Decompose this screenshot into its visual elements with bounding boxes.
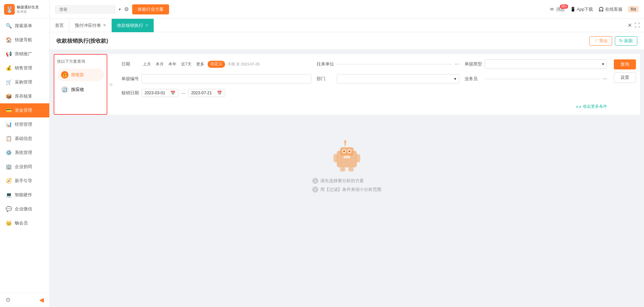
empty-state: 1 请先选择要分析的方案 2 用【过滤】条件来缩小分析范围: [50, 119, 644, 207]
app-icon: 📱: [570, 7, 576, 12]
more-date-btn[interactable]: 更多: [195, 61, 206, 68]
dept-select[interactable]: ▾: [337, 74, 459, 84]
staff-field: 业务员 ···: [465, 76, 607, 82]
collapse-sidebar-icon[interactable]: ◀: [39, 296, 44, 304]
filter-row-1: 日期 上月 本月 本年 近7天 更多 自定义 不限 至 2023-07-26: [121, 59, 607, 69]
date-label: 日期: [121, 61, 139, 67]
sidebar-item-corp[interactable]: 🏢 企业协同: [0, 160, 49, 174]
close-all-tabs-icon[interactable]: ✕: [628, 22, 632, 29]
collapse-left-panel-btn[interactable]: »: [107, 54, 115, 115]
staff-more-btn[interactable]: ···: [603, 76, 607, 82]
expand-icon[interactable]: ⛶: [635, 22, 640, 29]
last-7days-btn[interactable]: 近7天: [180, 61, 193, 68]
message-icon: ✉: [550, 7, 554, 12]
sidebar-item-label: 搜索菜单: [15, 23, 32, 29]
page-header: 收款核销执行(按收款) ↗ 导出 ↻ 刷新: [50, 32, 644, 50]
sidebar-bottom: ⚙ ◀: [0, 293, 49, 307]
sidebar-item-hardware[interactable]: 💻 智能硬件: [0, 188, 49, 202]
sidebar-item-label: 系统管理: [15, 150, 32, 156]
export-button[interactable]: ↗ 导出: [589, 36, 612, 46]
writeoff-date-label: 核销日期: [121, 90, 139, 96]
close-tab-prepay-icon[interactable]: ✕: [103, 23, 106, 28]
voucher-no-field: 单据编号: [121, 74, 311, 84]
tab-writeoff[interactable]: 收款核销执行 ✕: [112, 19, 154, 32]
receivable-icon: 🔄: [61, 86, 68, 93]
sidebar-item-system[interactable]: ⚙️ 系统管理: [0, 146, 49, 160]
writeoff-date-field: 核销日期 2023-03-01 📅 — 2023-07-21 📅: [121, 89, 607, 97]
voucher-type-select[interactable]: ▾: [485, 59, 607, 69]
writeoff-date-start-input[interactable]: 2023-03-01 📅: [142, 89, 178, 97]
marketing-icon: 📢: [5, 51, 12, 57]
sidebar-item-basic[interactable]: 📋 基础信息: [0, 132, 49, 146]
close-tab-writeoff-icon[interactable]: ✕: [145, 23, 148, 28]
tabbar-actions: ✕ ⛶: [624, 22, 644, 29]
counterparty-field: 往来单位 ···: [317, 61, 459, 67]
operation-icon: 📊: [5, 121, 12, 127]
filter-actions: 查询 设置: [614, 54, 640, 115]
filter-row-2: 单据编号 部门 ▾ 业务员 ···: [121, 74, 607, 84]
sidebar-item-label: 销售管理: [15, 65, 32, 71]
sidebar-item-quicknav[interactable]: 🏠 快捷导航: [0, 33, 49, 47]
message-badge[interactable]: ✉ 99+ 消息: [550, 6, 565, 12]
dropdown-arrow-icon[interactable]: ▾: [119, 7, 121, 12]
sidebar-item-guide[interactable]: 🧭 新手引导: [0, 174, 49, 188]
filter-option-by-receivable[interactable]: 🔄 按应收: [57, 83, 104, 96]
sidebar-item-marketing[interactable]: 📢 营销推广: [0, 47, 49, 61]
refresh-icon: ↻: [619, 38, 623, 43]
sidebar-item-member[interactable]: 👑 畅会员: [0, 216, 49, 230]
sidebar-item-sales[interactable]: 💰 销售管理: [0, 61, 49, 75]
date-custom-tag[interactable]: 自定义: [208, 61, 225, 68]
inventory-icon: 📦: [5, 93, 12, 99]
corp-icon: 🏢: [5, 164, 12, 170]
dept-label: 部门: [317, 76, 334, 82]
writeoff-date-end-input[interactable]: 2023-07-21 📅: [188, 89, 225, 97]
sidebar-item-inventory[interactable]: 📦 库存核算: [0, 89, 49, 103]
solution-button[interactable]: 体验行业方案: [132, 4, 169, 14]
svg-rect-10: [348, 167, 354, 171]
sidebar-item-purchase[interactable]: 🛒 采购管理: [0, 75, 49, 89]
setting-button[interactable]: 设置: [614, 72, 636, 83]
purchase-icon: 🛒: [5, 79, 12, 85]
sidebar-item-finance[interactable]: 💳 资金管理: [0, 103, 49, 117]
sidebar-item-wechat[interactable]: 💬 企业微信: [0, 202, 49, 216]
chevron-up-icon: ∧∧: [576, 104, 582, 109]
sidebar-item-label: 智能硬件: [15, 192, 32, 198]
refresh-button[interactable]: ↻ 刷新: [615, 36, 637, 46]
system-icon: ⚙️: [5, 150, 12, 156]
empty-hints: 1 请先选择要分析的方案 2 用【过滤】条件来缩小分析范围: [312, 176, 381, 194]
filter-scheme-panel: 按以下方案查询 💰 按收款 🔄 按应收: [54, 54, 107, 115]
hardware-icon: 💻: [5, 192, 12, 198]
this-month-btn[interactable]: 本月: [154, 61, 165, 68]
query-button[interactable]: 查询: [614, 59, 636, 69]
svg-rect-8: [356, 154, 360, 162]
customer-service-link[interactable]: 🎧 在线客服: [598, 6, 623, 12]
tab-home[interactable]: 首页: [50, 19, 69, 32]
tab-prepay[interactable]: 预付冲应付单 ✕: [69, 19, 112, 32]
this-year-btn[interactable]: 本年: [167, 61, 178, 68]
svg-rect-6: [343, 156, 350, 158]
settings-icon[interactable]: ⚙: [5, 296, 11, 304]
svg-point-5: [348, 150, 351, 152]
page-actions: ↗ 导出 ↻ 刷新: [589, 36, 637, 46]
counterparty-more-btn[interactable]: ···: [455, 61, 459, 67]
content-area: 收款核销执行(按收款) ↗ 导出 ↻ 刷新 按以下方案查询 💰: [50, 32, 644, 307]
sidebar-item-label: 企业协同: [15, 164, 32, 170]
dept-field: 部门 ▾: [317, 74, 459, 84]
sidebar-item-operation[interactable]: 📊 经营管理: [0, 117, 49, 132]
main-area: ▾ ⚙ 体验行业方案 ✉ 99+ 消息 📱 App下载 🎧 在线客服 Rit 首…: [50, 0, 644, 307]
sidebar-item-search[interactable]: 🔍 搜索菜单: [0, 19, 49, 33]
search-input[interactable]: [55, 5, 115, 13]
member-icon: 👑: [5, 220, 12, 226]
logo-text: 畅捷通好生意 标准版: [17, 5, 39, 14]
last-month-btn[interactable]: 上月: [142, 61, 152, 68]
sidebar-item-label: 库存核算: [15, 93, 32, 99]
gear-icon[interactable]: ⚙: [124, 6, 129, 12]
collapse-more-row: ∧∧ 收起更多条件: [121, 102, 607, 109]
collapse-more-button[interactable]: ∧∧ 收起更多条件: [576, 104, 607, 109]
voucher-no-input[interactable]: [142, 74, 311, 84]
app-download-link[interactable]: 📱 App下载: [570, 6, 593, 12]
date-quick-buttons: 上月 本月 本年 近7天 更多 自定义: [142, 61, 225, 68]
sidebar-item-label: 企业微信: [15, 206, 32, 212]
staff-label: 业务员: [465, 76, 482, 82]
filter-option-by-receipt[interactable]: 💰 按收款: [57, 68, 104, 81]
